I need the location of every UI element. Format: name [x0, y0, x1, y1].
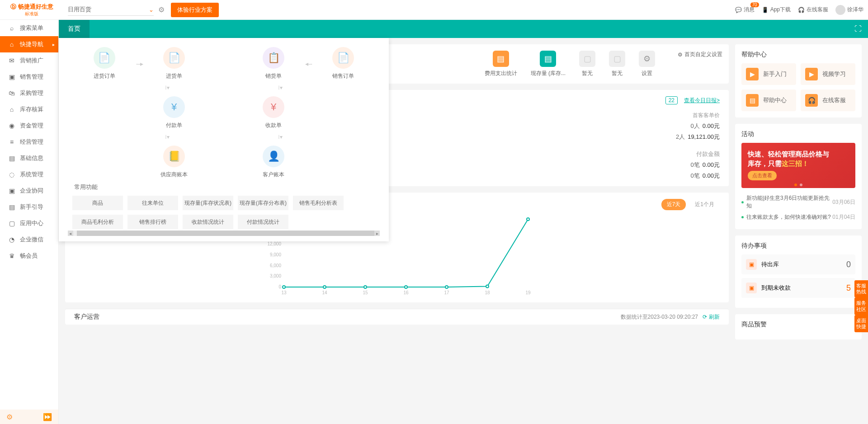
sidebar-item-1[interactable]: ⌂快捷导航▸	[0, 36, 58, 38]
tab-home[interactable]: 首页	[59, 20, 90, 38]
header-right: 💬 消息 70 📱 App下载 🎧 在线客服 徐泽华	[735, 5, 863, 15]
logo-icon: ⓑ	[10, 3, 16, 11]
gear-icon[interactable]: ⚙	[158, 5, 165, 14]
chevron-down-icon: ⌄	[149, 6, 154, 13]
messages-button[interactable]: 💬 消息 70	[735, 6, 755, 14]
try-industry-button[interactable]: 体验行业方案	[171, 3, 219, 17]
online-service-button[interactable]: 🎧 在线客服	[798, 6, 828, 14]
fullscreen-icon[interactable]: ⛶	[848, 25, 868, 33]
sidebar: ⌕搜索菜单⌂快捷导航▸✉营销推广▣销售管理🛍采购管理⌂库存核算◉资金管理≡经营管…	[0, 20, 59, 38]
category-label: 日用百货	[68, 5, 91, 14]
sidebar-icon: ⌕	[8, 24, 15, 32]
app-download-label: App下载	[770, 6, 791, 14]
sidebar-label: 搜索菜单	[20, 24, 43, 32]
tab-bar: 首页 ⛶	[0, 20, 868, 38]
avatar	[835, 5, 845, 15]
username-label: 徐泽华	[847, 6, 863, 14]
sidebar-item-0[interactable]: ⌕搜索菜单	[0, 20, 58, 36]
phone-icon: 📱	[762, 7, 769, 13]
user-menu[interactable]: 徐泽华	[835, 5, 863, 15]
top-header: ⓑ畅捷通好生意 标准版 日用百货 ⌄ ⚙ 体验行业方案 💬 消息 70 📱 Ap…	[0, 0, 868, 20]
app-download-button[interactable]: 📱 App下载	[762, 6, 791, 14]
category-select[interactable]: 日用百货 ⌄	[68, 4, 154, 16]
messages-badge: 70	[750, 2, 759, 7]
logo[interactable]: ⓑ畅捷通好生意 标准版	[5, 3, 59, 17]
headset-icon: 🎧	[798, 7, 805, 13]
online-service-label: 在线客服	[807, 6, 828, 14]
chat-icon: 💬	[735, 7, 742, 13]
logo-title: 畅捷通好生意	[18, 3, 53, 11]
logo-subtitle: 标准版	[25, 11, 38, 17]
